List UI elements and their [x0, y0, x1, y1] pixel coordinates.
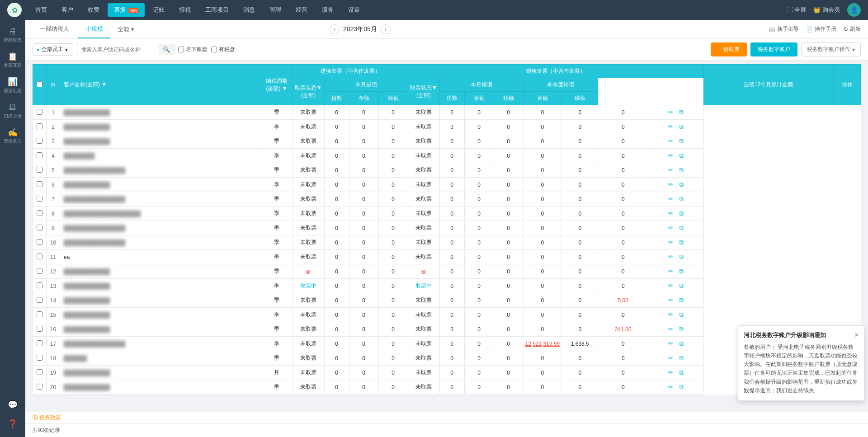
- row-checkbox[interactable]: [37, 210, 42, 216]
- nav-ticket[interactable]: 票据 new: [108, 3, 145, 17]
- row-checkbox[interactable]: [37, 225, 42, 230]
- row-checkbox[interactable]: [37, 355, 42, 361]
- copy-btn[interactable]: ⧉: [677, 180, 685, 189]
- row-checkbox[interactable]: [37, 123, 42, 129]
- nav-business[interactable]: 工商项目: [199, 3, 235, 17]
- taxpanel-checkbox[interactable]: [211, 47, 217, 52]
- row-checkbox[interactable]: [37, 152, 42, 158]
- new-guide-link[interactable]: 📖 新手引导: [769, 25, 799, 33]
- copy-btn[interactable]: ⧉: [677, 122, 685, 132]
- tab-general[interactable]: 一般纳税人: [33, 20, 76, 38]
- edit-btn[interactable]: ✏: [666, 382, 675, 391]
- copy-btn[interactable]: ⧉: [677, 368, 685, 377]
- edit-btn[interactable]: ✏: [666, 136, 675, 146]
- edit-btn[interactable]: ✏: [666, 122, 675, 131]
- nav-tax[interactable]: 报税: [173, 3, 197, 17]
- copy-btn[interactable]: ⧉: [677, 223, 685, 233]
- row-checkbox[interactable]: [37, 138, 42, 144]
- sidebar-item-smartticket[interactable]: 🖨 智能取票: [1, 23, 24, 47]
- tab-small[interactable]: 小规模: [78, 20, 110, 38]
- edit-btn[interactable]: ✏: [666, 281, 675, 290]
- sidebar-item-invoice[interactable]: 📋 发票开具: [1, 49, 24, 72]
- period-next-btn[interactable]: ›: [381, 24, 391, 34]
- copy-btn[interactable]: ⧉: [677, 296, 685, 305]
- accounts-checkbox[interactable]: [178, 47, 184, 52]
- copy-btn[interactable]: ⧉: [677, 382, 685, 392]
- nav-manage[interactable]: 管理: [263, 3, 288, 17]
- siji-amount-link[interactable]: 12,621,319.99: [525, 341, 560, 347]
- edit-btn[interactable]: ✏: [666, 151, 675, 160]
- copy-btn[interactable]: ⧉: [677, 165, 685, 175]
- copy-btn[interactable]: ⧉: [677, 194, 685, 204]
- select-all-checkbox[interactable]: [37, 81, 42, 87]
- user-avatar[interactable]: 👤: [847, 3, 861, 17]
- edit-btn[interactable]: ✏: [666, 209, 675, 218]
- sidebar-chat-icon[interactable]: 💬: [5, 397, 20, 413]
- edit-btn[interactable]: ✏: [666, 165, 675, 174]
- nav-fee[interactable]: 收费: [81, 3, 106, 17]
- period-prev-btn[interactable]: ‹: [330, 24, 340, 34]
- edit-btn[interactable]: ✏: [666, 368, 675, 377]
- nav-operation[interactable]: 经营: [289, 3, 314, 17]
- row-checkbox[interactable]: [37, 181, 42, 187]
- edit-btn[interactable]: ✏: [666, 252, 675, 261]
- row-checkbox[interactable]: [37, 239, 42, 245]
- edit-btn[interactable]: ✏: [666, 353, 675, 362]
- edit-btn[interactable]: ✏: [666, 223, 675, 232]
- tax-policy-link[interactable]: ⑤ 税务政策: [33, 414, 61, 422]
- copy-btn[interactable]: ⧉: [677, 108, 685, 117]
- edit-btn[interactable]: ✏: [666, 194, 675, 203]
- row-checkbox[interactable]: [37, 167, 42, 173]
- employee-select[interactable]: ● 全部员工 ▾: [33, 43, 73, 56]
- nav-customer[interactable]: 客户: [55, 3, 80, 17]
- amount-link[interactable]: 241.00: [615, 326, 632, 333]
- edit-btn[interactable]: ✏: [666, 267, 675, 276]
- sidebar-item-scan[interactable]: 🖷 扫描上传: [1, 99, 24, 123]
- row-checkbox[interactable]: [37, 282, 42, 288]
- notification-close-btn[interactable]: ×: [855, 331, 859, 339]
- yijian-btn[interactable]: 一键取票: [711, 42, 747, 56]
- search-button[interactable]: 🔍: [159, 44, 174, 55]
- row-checkbox[interactable]: [37, 268, 42, 274]
- checkbox-taxpanel[interactable]: 有税盘: [211, 46, 235, 53]
- edit-btn[interactable]: ✏: [666, 310, 675, 319]
- copy-btn[interactable]: ⧉: [677, 151, 685, 160]
- caozuo-btn[interactable]: 税务数字账户操作 ▾: [801, 42, 861, 56]
- edit-btn[interactable]: ✏: [666, 296, 675, 305]
- edit-btn[interactable]: ✏: [666, 339, 675, 348]
- edit-btn[interactable]: ✏: [666, 108, 675, 117]
- refresh-link[interactable]: ↻ 刷新: [844, 25, 861, 33]
- copy-btn[interactable]: ⧉: [677, 209, 685, 218]
- copy-btn[interactable]: ⧉: [677, 310, 685, 320]
- copy-btn[interactable]: ⧉: [677, 252, 685, 262]
- checkbox-accounts[interactable]: 名下账套: [178, 46, 208, 53]
- edit-btn[interactable]: ✏: [666, 238, 675, 247]
- nav-message[interactable]: 消息: [237, 3, 261, 17]
- row-checkbox[interactable]: [37, 340, 42, 346]
- nav-bookkeeping[interactable]: 记账: [146, 3, 171, 17]
- copy-btn[interactable]: ⧉: [677, 267, 685, 276]
- bottom-link[interactable]: ⑤ 税务政策: [25, 412, 868, 423]
- manual-link[interactable]: 📄 操作手册: [806, 25, 836, 33]
- row-checkbox[interactable]: [37, 311, 42, 317]
- search-input[interactable]: [77, 45, 159, 55]
- nav-home[interactable]: 首页: [29, 3, 53, 17]
- row-checkbox[interactable]: [37, 109, 42, 115]
- copy-btn[interactable]: ⧉: [677, 339, 685, 348]
- copy-btn[interactable]: ⧉: [677, 281, 685, 291]
- row-checkbox[interactable]: [37, 297, 42, 303]
- copy-btn[interactable]: ⧉: [677, 353, 685, 363]
- membership-btn[interactable]: 👑 购会员: [813, 6, 840, 14]
- edit-btn[interactable]: ✏: [666, 324, 675, 334]
- row-checkbox[interactable]: [37, 384, 42, 390]
- row-checkbox[interactable]: [37, 369, 42, 375]
- shuwu-btn[interactable]: 税务数字账户: [750, 42, 797, 56]
- copy-btn[interactable]: ⧉: [677, 324, 685, 334]
- row-checkbox[interactable]: [37, 196, 42, 202]
- copy-btn[interactable]: ⧉: [677, 136, 685, 146]
- sidebar-item-summary[interactable]: 📊 票据汇总: [1, 74, 24, 98]
- fullscreen-btn[interactable]: ⛶ 全屏: [787, 6, 807, 14]
- copy-btn[interactable]: ⧉: [677, 238, 685, 247]
- nav-setting[interactable]: 设置: [342, 3, 366, 17]
- row-checkbox[interactable]: [37, 254, 42, 259]
